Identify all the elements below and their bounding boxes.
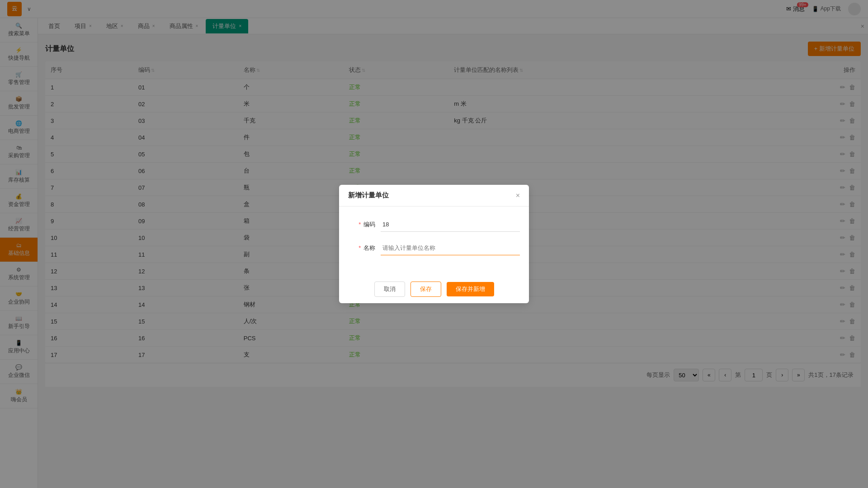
code-input[interactable] [381, 217, 520, 232]
modal-header: 新增计量单位 × [339, 185, 529, 206]
modal-overlay[interactable]: 新增计量单位 × * 编码 * 名称 取消 保存 保存并新增 [0, 0, 868, 488]
modal-body: * 编码 * 名称 [339, 206, 529, 275]
form-item-name: * 名称 [348, 241, 520, 255]
add-unit-modal: 新增计量单位 × * 编码 * 名称 取消 保存 保存并新增 [339, 185, 529, 303]
modal-title: 新增计量单位 [348, 191, 389, 200]
name-input[interactable] [381, 241, 520, 255]
required-mark-code: * [359, 221, 361, 228]
required-mark-name: * [359, 244, 361, 251]
form-label-name: * 名称 [348, 244, 375, 252]
cancel-button[interactable]: 取消 [374, 282, 405, 297]
form-item-code: * 编码 [348, 217, 520, 232]
form-label-code: * 编码 [348, 221, 375, 229]
modal-close-btn[interactable]: × [516, 192, 520, 200]
modal-footer: 取消 保存 保存并新增 [339, 275, 529, 303]
save-new-button[interactable]: 保存并新增 [447, 282, 494, 296]
save-button[interactable]: 保存 [410, 282, 441, 297]
